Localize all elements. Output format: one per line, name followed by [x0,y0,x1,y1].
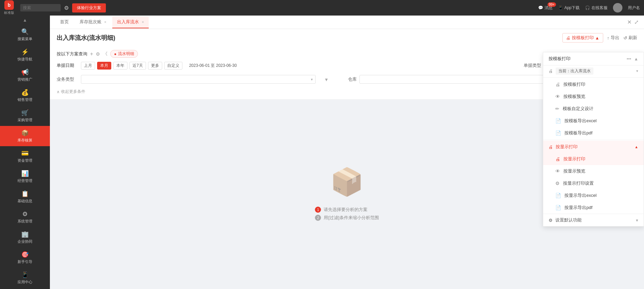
voucher-type-label: 单据类型 [524,62,541,69]
date-btn-this-year[interactable]: 本年 [113,62,127,70]
filter-collapse-icon[interactable]: 《 [103,51,108,57]
date-btn-last-month[interactable]: 上月 [81,62,95,70]
topbar-gear-icon[interactable]: ⚙ [64,5,69,11]
sidebar-label-finance: 资金管理 [18,158,32,163]
template-excel-icon: 📄 [555,118,561,124]
tab-flow[interactable]: 出入库流水 × [112,16,148,28]
dropdown-item-template-preview[interactable]: 👁 按模板预览 [543,90,644,103]
dropdown-header-label: 按模板打印 [549,56,570,62]
date-btn-7days[interactable]: 近7天 [129,62,146,70]
template-pdf-icon: 📄 [555,130,561,136]
filter-tag[interactable]: ● 流水明细 [110,50,138,58]
filter-tag-label: 流水明细 [118,51,134,57]
tab-home[interactable]: 首页 [55,16,74,28]
headset-icon: 🎧 [585,5,590,10]
sidebar-item-inventory[interactable]: 📦 库存核算 [0,126,50,146]
business-more-icon[interactable]: ▾ [325,76,328,83]
dropdown-item-display-excel[interactable]: 📄 按显示导出excel [543,189,644,202]
divider-2 [543,140,644,140]
app-download-action[interactable]: 📱 App下载 [558,5,580,11]
template-custom-label: 模板自定义设计 [563,106,593,112]
sidebar-item-purchase[interactable]: 🛒 采购管理 [0,106,50,126]
dropdown-item-display-settings[interactable]: ⚙ 按显示打印设置 [543,177,644,189]
dropdown-item-template-pdf[interactable]: 📄 按模板导出pdf [543,127,644,139]
dropdown-item-template-excel[interactable]: 📄 按模板导出excel [543,115,644,127]
tab-batch-account-close[interactable]: × [104,20,106,24]
display-preview-icon: 👁 [555,168,560,174]
filter-settings-icon[interactable]: ⚙ [96,51,100,57]
business-type-select[interactable] [81,75,316,84]
step-num-2: 2 [315,215,321,221]
dropdown-more-icon[interactable]: ••• [626,56,631,61]
top-search-input[interactable] [20,4,61,11]
dropdown-item-display-print[interactable]: 🖨 按显示打印 [543,153,644,165]
display-section-header[interactable]: 🖨 按显示打印 ▲ [543,141,644,153]
footer-label: 设置默认功能 [555,217,582,223]
sidebar-item-app-center[interactable]: 📱 应用中心 [0,268,50,288]
current-item[interactable]: 🖨 当前：出入库流水 ▾ [543,65,644,77]
tab-batch-account[interactable]: 库存批次账 × [75,16,111,28]
page-header: 出入库流水(流水明细) 🖨 按模板打印 ▲ ↑ 导出 ↺ 刷新 [50,29,644,45]
filter-add-icon[interactable]: + [90,51,93,57]
empty-step-2-text: 用[过滤]条件来缩小分析范围 [324,215,379,221]
user-avatar[interactable] [613,3,622,12]
date-btn-this-month[interactable]: 本月 [97,62,111,70]
sidebar-scroll-up[interactable]: ▲ [0,16,50,25]
display-section-arrow: ▲ [635,145,638,149]
dropdown-footer[interactable]: ⚙ 设置默认功能 ▾ [543,214,644,226]
sidebar-item-operations[interactable]: 📊 经营管理 [0,166,50,187]
sidebar-item-system[interactable]: ⚙ 系统管理 [0,207,50,227]
date-btn-custom[interactable]: 自定义 [164,62,182,70]
date-btn-more[interactable]: 更多 [148,62,162,70]
tab-flow-label: 出入库流水 [117,19,139,25]
online-service-action[interactable]: 🎧 在线客服 [585,5,608,11]
current-arrow: ▾ [636,69,638,73]
dropdown-item-template-custom[interactable]: ✏ 模板自定义设计 [543,103,644,115]
sidebar-label-search-menu: 搜索菜单 [18,36,32,42]
display-settings-label: 按显示打印设置 [563,180,594,186]
message-action[interactable]: 💬 消息 99+ [538,5,553,11]
print-template-btn[interactable]: 🖨 按模板打印 ▲ [562,33,603,43]
sidebar-item-finance[interactable]: 💳 资金管理 [0,146,50,166]
sidebar-item-basic[interactable]: 📋 基础信息 [0,187,50,207]
main-area: ▲ 🔍 搜索菜单 ⚡ 快捷导航 📢 营销推广 💰 销售管理 🛒 采购管理 [0,16,644,289]
dropdown-chevron-up[interactable]: ▲ [634,56,638,61]
sidebar-item-quick-nav[interactable]: ⚡ 快捷导航 [0,45,50,65]
sidebar-label-sales: 销售管理 [18,97,32,102]
guide-icon: 🎯 [21,251,29,258]
message-badge: 99+ [548,2,556,7]
chevron-up-icon: ∧ [57,89,60,94]
close-window-icon[interactable]: ✕ [627,19,632,25]
sidebar-label-app-center: 应用中心 [18,280,32,285]
dropdown-item-template-print[interactable]: 🖨 按模板打印 [543,78,644,90]
warehouse-select[interactable] [359,75,573,84]
footer-settings-icon: ⚙ [549,218,553,223]
sidebar-item-search-menu[interactable]: 🔍 搜索菜单 [0,25,50,45]
sidebar-item-guide[interactable]: 🎯 新手引导 [0,247,50,268]
refresh-btn[interactable]: ↺ 刷新 [623,35,637,41]
trial-btn[interactable]: 体验行业方案 [72,3,106,12]
export-btn[interactable]: ↑ 导出 [607,35,620,41]
sidebar-item-enterprise[interactable]: 🏢 企业协同 [0,227,50,247]
empty-steps: 1 请先选择要分析的方案 2 用[过滤]条件来缩小分析范围 [315,205,379,223]
sidebar-label-inventory: 库存核算 [18,138,32,143]
dropdown-item-display-preview[interactable]: 👁 按显示预览 [543,165,644,177]
tab-flow-close[interactable]: × [142,20,144,24]
message-icon: 💬 [538,5,543,10]
maximize-icon[interactable]: ⤢ [634,19,639,25]
sidebar-item-sales[interactable]: 💰 销售管理 [0,85,50,106]
template-preview-icon: 👁 [555,94,560,99]
refresh-icon: ↺ [623,35,627,41]
sales-icon: 💰 [21,89,29,96]
content-area: 首页 库存批次账 × 出入库流水 × ✕ ⤢ 出入库流水(流水明细) [50,16,644,289]
page-actions: 🖨 按模板打印 ▲ ↑ 导出 ↺ 刷新 [562,33,637,43]
sidebar: ▲ 🔍 搜索菜单 ⚡ 快捷导航 📢 营销推广 💰 销售管理 🛒 采购管理 [0,16,50,289]
finance-icon: 💳 [21,150,29,157]
dropdown-item-display-pdf[interactable]: 📄 按显示导出pdf [543,202,644,214]
sidebar-item-marketing[interactable]: 📢 营销推广 [0,65,50,85]
refresh-label: 刷新 [628,35,637,41]
display-print-icon: 🖨 [555,156,560,162]
app-name: 标准版 [4,10,14,15]
display-pdf-label: 按显示导出pdf [564,205,592,211]
empty-illustration: 📦 [330,166,364,198]
